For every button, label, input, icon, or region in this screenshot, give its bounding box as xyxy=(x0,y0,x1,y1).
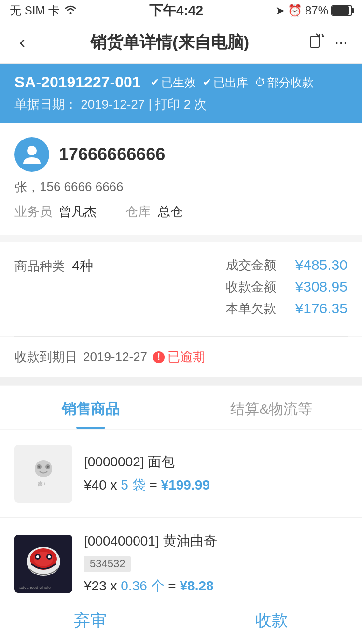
nav-actions: ··· xyxy=(309,33,348,52)
product-price-1: ¥40 x 5 袋 = ¥199.99 xyxy=(84,476,348,494)
deal-amount-value: ¥485.30 xyxy=(295,257,348,274)
product-batch-badge: 534532 xyxy=(84,556,131,572)
product-price-2: ¥23 x 0.36 个 = ¥8.28 xyxy=(84,577,348,595)
warehouse-field: 仓库 总仓 xyxy=(125,203,182,220)
overdue-text: 已逾期 xyxy=(167,349,205,365)
warehouse-value: 总仓 xyxy=(158,204,183,219)
due-section: 收款到期日 2019-12-27 ! 已逾期 xyxy=(0,337,362,377)
badge-active-text: 已生效 xyxy=(161,75,196,90)
price-1: ¥40 xyxy=(84,477,107,492)
received-value: ¥308.95 xyxy=(295,279,348,295)
avatar xyxy=(14,137,49,172)
wifi-icon xyxy=(64,4,77,17)
customer-top: 17666666666 xyxy=(14,137,348,172)
svg-point-6 xyxy=(38,466,40,468)
badge-shipped: ✔ 已出库 xyxy=(203,75,248,90)
back-button[interactable]: ‹ xyxy=(14,28,30,57)
svg-point-0 xyxy=(70,12,72,14)
due-label: 收款到期日 xyxy=(14,349,77,365)
product-item: 鑫+ [0000002] 面包 ¥40 x 5 袋 = ¥199.99 xyxy=(0,430,362,518)
product-kind-label: 商品种类 xyxy=(14,259,65,273)
svg-point-15 xyxy=(36,555,39,558)
alarm-icon: ⏰ xyxy=(288,4,302,17)
badge-partial-text: 部分收款 xyxy=(267,75,314,90)
tab-products[interactable]: 销售商品 xyxy=(0,386,181,429)
debt-label: 本单欠款 xyxy=(226,300,276,317)
svg-text:advanced whole: advanced whole xyxy=(19,585,51,590)
amounts: 成交金额 ¥485.30 收款金额 ¥308.95 本单欠款 ¥176.35 xyxy=(226,257,348,322)
nav-bar: ‹ 销货单详情(来自电脑) ··· xyxy=(0,21,362,64)
tab-products-label: 销售商品 xyxy=(62,401,120,417)
product-thumb-1: 鑫+ xyxy=(14,445,72,503)
product-name-2: [000400001] 黄油曲奇 xyxy=(84,532,348,550)
svg-rect-1 xyxy=(310,37,319,47)
total-1: ¥199.99 xyxy=(161,477,210,492)
divider-2 xyxy=(0,377,362,385)
battery-percent: 87% xyxy=(305,4,328,17)
customer-info: 张，156 6666 6666 xyxy=(14,179,348,196)
overdue-badge: ! 已逾期 xyxy=(153,349,205,365)
order-date-line: 单据日期： 2019-12-27 | 打印 2 次 xyxy=(14,96,348,113)
print-label: | 打印 xyxy=(148,97,183,112)
debt-row: 本单欠款 ¥176.35 xyxy=(226,300,348,317)
overdue-dot-icon: ! xyxy=(153,351,165,363)
badge-active: ✔ 已生效 xyxy=(151,75,196,90)
collect-payment-label: 收款 xyxy=(255,609,288,631)
discard-label: 弃审 xyxy=(74,609,107,631)
product-code-1: [0000002] xyxy=(84,454,144,469)
discard-button[interactable]: 弃审 xyxy=(0,596,181,644)
received-label: 收款金额 xyxy=(226,279,276,295)
received-row: 收款金额 ¥308.95 xyxy=(226,279,348,295)
svg-text:鑫+: 鑫+ xyxy=(38,481,46,487)
order-id: SA-20191227-001 xyxy=(14,73,141,91)
svg-point-2 xyxy=(27,146,37,155)
equals-1: = xyxy=(149,477,161,492)
deal-amount-row: 成交金额 ¥485.30 xyxy=(226,257,348,274)
qty-2: 0.36 个 xyxy=(121,578,168,593)
salesperson-value: 曾凡杰 xyxy=(59,204,97,219)
tabs-container: 销售商品 结算&物流等 xyxy=(0,386,362,429)
customer-meta: 业务员 曾凡杰 仓库 总仓 xyxy=(14,203,348,220)
page-title: 销货单详情(来自电脑) xyxy=(30,31,309,54)
multiply-2: x xyxy=(111,578,121,593)
svg-point-7 xyxy=(47,466,49,468)
svg-point-3 xyxy=(35,460,52,477)
print-unit: 次 xyxy=(194,97,207,112)
product-info-2: [000400001] 黄油曲奇 534532 ¥23 x 0.36 个 = ¥… xyxy=(84,532,348,595)
bottom-bar: 弃审 收款 xyxy=(0,596,362,644)
product-name-text-2: 黄油曲奇 xyxy=(163,533,217,548)
due-date-value: 2019-12-27 xyxy=(83,350,147,364)
product-info-1: [0000002] 面包 ¥40 x 5 袋 = ¥199.99 xyxy=(84,453,348,494)
product-kind: 商品种类 4种 xyxy=(14,257,93,322)
deal-amount-label: 成交金额 xyxy=(226,257,276,274)
status-left: 无 SIM 卡 xyxy=(10,3,77,18)
battery-icon xyxy=(331,5,352,16)
collect-payment-button[interactable]: 收款 xyxy=(181,596,362,644)
product-kind-value: 4种 xyxy=(72,258,93,273)
product-name-1: [0000002] 面包 xyxy=(84,453,348,471)
carrier-text: 无 SIM 卡 xyxy=(10,3,60,18)
svg-point-16 xyxy=(48,555,51,558)
more-icon[interactable]: ··· xyxy=(334,33,348,51)
status-right: ➤ ⏰ 87% xyxy=(275,4,352,17)
total-2: ¥8.28 xyxy=(180,578,213,593)
price-2: ¥23 xyxy=(84,578,107,593)
multiply-1: x xyxy=(111,477,121,492)
salesperson-field: 业务员 曾凡杰 xyxy=(14,203,97,220)
product-thumb-2: advanced whole xyxy=(14,535,72,593)
customer-name: 17666666666 xyxy=(59,144,165,165)
tab-settlement[interactable]: 结算&物流等 xyxy=(181,386,362,429)
debt-value: ¥176.35 xyxy=(295,300,348,317)
check-icon-2: ✔ xyxy=(203,76,211,89)
status-bar: 无 SIM 卡 下午4:42 ➤ ⏰ 87% xyxy=(0,0,362,21)
equals-2: = xyxy=(168,578,180,593)
print-count: 2 xyxy=(184,97,191,112)
order-badges: ✔ 已生效 ✔ 已出库 ⏱ 部分收款 xyxy=(151,75,314,90)
badge-partial: ⏱ 部分收款 xyxy=(255,75,314,90)
date-label: 单据日期： xyxy=(14,97,77,112)
summary-section: 商品种类 4种 成交金额 ¥485.30 收款金额 ¥308.95 本单欠款 ¥… xyxy=(0,242,362,336)
qty-1: 5 袋 xyxy=(121,477,149,492)
product-name-text-1: 面包 xyxy=(148,454,175,469)
share-icon[interactable] xyxy=(309,33,325,52)
divider-1 xyxy=(0,235,362,242)
